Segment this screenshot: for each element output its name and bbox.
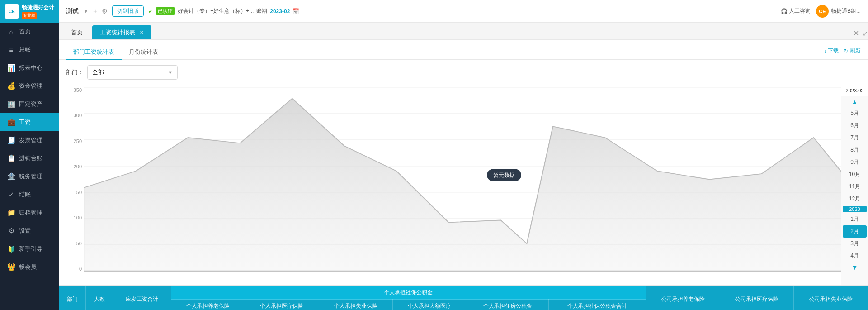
- tab-home[interactable]: 首页: [63, 25, 90, 39]
- sidebar-label-assets: 固定资产: [19, 100, 42, 108]
- date-item-5[interactable]: 5月: [841, 107, 868, 119]
- date-item-2023-4[interactable]: 4月: [841, 250, 868, 262]
- chart-date-wrapper: 350 300 250 200 150 100 50 0: [59, 85, 868, 285]
- area-chart-svg: [84, 87, 866, 272]
- select-arrow-icon: ▼: [168, 70, 173, 75]
- col-company-pension: 公司承担养老保险: [646, 286, 720, 310]
- date-item-12[interactable]: 12月: [841, 193, 868, 205]
- tab-expand-btn[interactable]: ⤢: [863, 30, 868, 37]
- tab-close-window-btn[interactable]: ✕: [853, 29, 859, 38]
- sidebar-menu: ⌂ 首页 ≡ 总账 📊 报表中心 💰 资金管理 🏢 固定资产 💼 工资 🧾 发票…: [0, 23, 59, 310]
- date-item-11[interactable]: 11月: [841, 181, 868, 193]
- topbar-plus-btn[interactable]: +: [93, 7, 97, 15]
- chart-container: 350 300 250 200 150 100 50 0: [59, 85, 868, 285]
- sidebar-logo: CE 畅捷通好会计 专业版: [0, 0, 59, 23]
- invoice-icon: 🧾: [7, 136, 15, 144]
- sidebar-item-tax[interactable]: 🏦 税务管理: [0, 167, 59, 186]
- logo-icon: CE: [5, 4, 19, 19]
- dept-select[interactable]: 全部 ▼: [87, 65, 178, 80]
- topbar-gear-icon[interactable]: ⚙: [102, 7, 108, 15]
- sidebar-item-home[interactable]: ⌂ 首页: [0, 23, 59, 41]
- tab-bar-actions: ✕ ⤢: [853, 29, 868, 39]
- sidebar-item-salary[interactable]: 💼 工资: [0, 113, 59, 131]
- sidebar-item-sales[interactable]: 📋 进销台账: [0, 149, 59, 167]
- dept-select-value: 全部: [92, 68, 104, 76]
- col-group-personal: 个人承担社保公积金: [171, 286, 646, 300]
- salary-table: 部门 人数 应发工资合计 个人承担社保公积金 公司承担养老保险 公司承担医疗保险…: [59, 286, 868, 310]
- col-dept: 部门: [59, 286, 86, 310]
- tab-salary-report[interactable]: 工资统计报表 ✕: [92, 25, 151, 39]
- col-personal-housing: 个人承担住房公积金: [467, 300, 548, 310]
- yaxis-50: 50: [76, 241, 82, 246]
- assets-icon: 🏢: [7, 100, 15, 108]
- ai-label: 人工咨询: [789, 7, 811, 15]
- sidebar-label-member: 畅会员: [19, 263, 37, 271]
- year-2023-badge[interactable]: 2023: [843, 206, 867, 212]
- date-item-7[interactable]: 7月: [841, 132, 868, 144]
- sidebar-item-wizard[interactable]: 🔰 新手引导: [0, 240, 59, 258]
- tab-close-btn[interactable]: ✕: [140, 30, 144, 35]
- col-count: 人数: [86, 286, 113, 310]
- sidebar-item-ledger[interactable]: ≡ 总账: [0, 41, 59, 59]
- content-area: 部门工资统计表 月份统计表 ↓ 下载 ↻ 刷新 部门： 全部 ▼: [59, 40, 868, 310]
- sidebar-label-settle: 结账: [19, 191, 31, 199]
- ai-consult-btn[interactable]: 🎧 人工咨询: [781, 7, 811, 15]
- date-item-9[interactable]: 9月: [841, 156, 868, 168]
- sidebar-item-invoice[interactable]: 🧾 发票管理: [0, 131, 59, 149]
- user-info[interactable]: CE 畅捷通B组...: [816, 5, 861, 18]
- download-icon: ↓: [824, 48, 826, 54]
- subtab-monthly[interactable]: 月份统计表: [122, 45, 165, 60]
- date-panel-scroll-down[interactable]: ▼: [841, 262, 868, 273]
- sidebar-item-member[interactable]: 👑 畅会员: [0, 258, 59, 276]
- sidebar-item-reports[interactable]: 📊 报表中心: [0, 59, 59, 77]
- date-item-2023-1[interactable]: 1月: [841, 213, 868, 225]
- main-content: 测试 ▼ + ⚙ 切到旧版 ✔ 已认证 好会计（专）+好生意（标）+... 账期…: [59, 0, 868, 310]
- date-panel: 2023.02 ▲ 5月 6月 7月 8月 9月 10月 11月 12月 202…: [841, 85, 868, 285]
- yaxis-300: 300: [74, 113, 82, 118]
- refresh-btn[interactable]: ↻ 刷新: [844, 47, 861, 55]
- date-item-6[interactable]: 6月: [841, 119, 868, 132]
- date-item-2023-3[interactable]: 3月: [841, 238, 868, 250]
- refresh-icon: ↻: [844, 48, 849, 54]
- col-total-salary: 应发工资合计: [113, 286, 171, 310]
- home-icon: ⌂: [7, 28, 15, 36]
- download-btn[interactable]: ↓ 下载: [824, 47, 839, 55]
- sidebar-label-reports: 报表中心: [19, 64, 42, 72]
- yaxis-250: 250: [74, 138, 82, 144]
- ledger-icon: ≡: [7, 46, 15, 54]
- certified-icon: ✔: [148, 8, 153, 14]
- sidebar-label-archive: 归档管理: [19, 209, 42, 217]
- col-personal-large-medical: 个人承担大额医疗: [393, 300, 467, 310]
- download-label: 下载: [828, 47, 839, 55]
- topbar-dropdown-arrow[interactable]: ▼: [83, 8, 89, 14]
- date-item-10[interactable]: 10月: [841, 168, 868, 181]
- subtabs: 部门工资统计表 月份统计表 ↓ 下载 ↻ 刷新: [59, 40, 868, 60]
- tab-home-label: 首页: [71, 29, 83, 36]
- sidebar-label-settings: 设置: [19, 227, 31, 235]
- topbar: 测试 ▼ + ⚙ 切到旧版 ✔ 已认证 好会计（专）+好生意（标）+... 账期…: [59, 0, 868, 23]
- yaxis-100: 100: [74, 215, 82, 220]
- archive-icon: 📁: [7, 209, 15, 217]
- date-item-8[interactable]: 8月: [841, 144, 868, 156]
- sidebar-item-funds[interactable]: 💰 资金管理: [0, 77, 59, 95]
- col-personal-unemployment: 个人承担失业保险: [319, 300, 393, 310]
- sidebar-item-settings[interactable]: ⚙ 设置: [0, 222, 59, 240]
- date-panel-scroll-up[interactable]: ▲: [841, 96, 868, 107]
- topbar-right: 🎧 人工咨询 CE 畅捷通B组...: [781, 5, 861, 18]
- date-item-2023-2[interactable]: 2月: [843, 225, 867, 238]
- calendar-icon[interactable]: 📅: [292, 8, 299, 14]
- date-panel-current: 2023.02: [841, 85, 868, 96]
- sidebar-item-assets[interactable]: 🏢 固定资产: [0, 95, 59, 113]
- sidebar-item-settle[interactable]: ✓ 结账: [0, 186, 59, 204]
- topbar-title: 测试: [66, 7, 79, 15]
- subtab-dept[interactable]: 部门工资统计表: [66, 45, 122, 60]
- sidebar: CE 畅捷通好会计 专业版 ⌂ 首页 ≡ 总账 📊 报表中心 💰 资金管理 🏢 …: [0, 0, 59, 310]
- logo-text-block: 畅捷通好会计 专业版: [22, 4, 54, 19]
- bottom-table: 部门 人数 应发工资合计 个人承担社保公积金 公司承担养老保险 公司承担医疗保险…: [59, 285, 868, 310]
- user-avatar: CE: [816, 5, 829, 18]
- sidebar-label-salary: 工资: [19, 118, 31, 126]
- switch-to-old-btn[interactable]: 切到旧版: [112, 5, 144, 17]
- yaxis-0: 0: [79, 266, 82, 272]
- sidebar-item-archive[interactable]: 📁 归档管理: [0, 204, 59, 222]
- sidebar-label-home: 首页: [19, 28, 31, 36]
